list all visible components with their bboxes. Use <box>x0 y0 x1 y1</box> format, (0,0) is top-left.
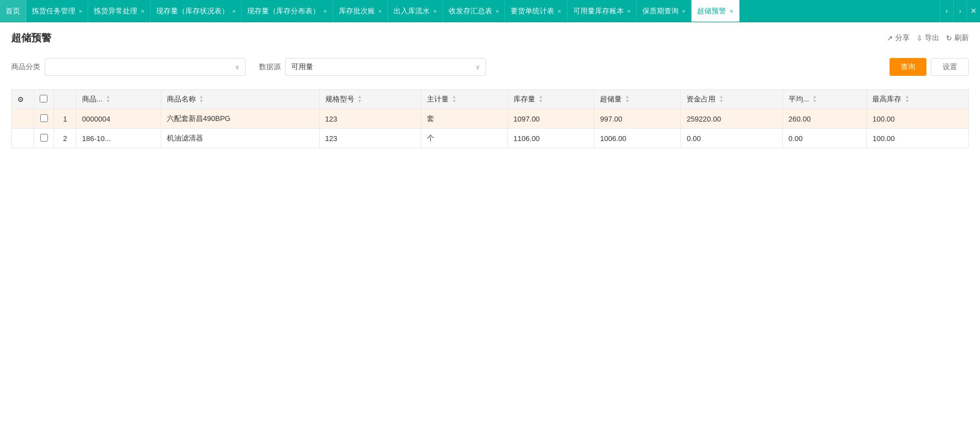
nav-arrow-left[interactable]: ‹ <box>940 0 953 22</box>
sort-icon-capital: ▲▼ <box>719 95 723 104</box>
row-capital-1: 0.00 <box>681 129 782 148</box>
setting-button[interactable]: 设置 <box>931 58 969 76</box>
tab-close-icon[interactable]: × <box>496 8 499 14</box>
th-capital[interactable]: 资金占用 ▲▼ <box>681 90 782 109</box>
table-row: 2 186-10... 机油滤清器 123 个 1106.00 1006.00 … <box>12 129 969 148</box>
filter-area: 商品分类 ∨ 数据源 可用量 ∨ 查询 设置 <box>11 54 969 80</box>
filter-group-category: 商品分类 ∨ <box>11 58 246 76</box>
tab-close-icon[interactable]: × <box>232 8 236 14</box>
row-overstock-0: 997.00 <box>594 109 681 129</box>
nav-tab-7[interactable]: 要货单统计表× <box>505 0 567 22</box>
sort-icon-product-code: ▲▼ <box>106 95 111 104</box>
gear-icon: ⚙ <box>17 95 24 104</box>
header-actions: ↗ 分享 ⇩ 导出 ↻ 刷新 <box>887 33 969 43</box>
nav-arrows: ‹ › ✕ <box>940 0 980 22</box>
nav-tab-0[interactable]: 拣货任务管理× <box>26 0 88 22</box>
datasource-label: 数据源 <box>259 62 281 72</box>
select-all-checkbox[interactable] <box>40 95 47 103</box>
share-action[interactable]: ↗ 分享 <box>887 33 910 43</box>
datasource-select[interactable]: 可用量 ∨ <box>285 58 486 76</box>
row-gear-1 <box>12 129 34 148</box>
sort-icon-max-stock: ▲▼ <box>905 95 909 104</box>
row-spec-1: 123 <box>319 129 421 148</box>
th-spec[interactable]: 规格型号 ▲▼ <box>319 90 421 109</box>
row-unit-1: 个 <box>421 129 507 148</box>
tab-close-icon[interactable]: × <box>79 8 82 14</box>
page-header: 超储预警 ↗ 分享 ⇩ 导出 ↻ 刷新 <box>11 31 969 45</box>
tab-close-icon[interactable]: × <box>558 8 561 14</box>
page-title: 超储预警 <box>11 31 51 45</box>
sort-icon-unit: ▲▼ <box>452 95 457 104</box>
row-stock-0: 1097.00 <box>508 109 594 129</box>
th-max-stock[interactable]: 最高库存 ▲▼ <box>867 90 969 109</box>
row-product-code-1: 186-10... <box>76 129 161 148</box>
row-avg-1: 0.00 <box>782 129 867 148</box>
nav-tab-1[interactable]: 拣货异常处理× <box>88 0 150 22</box>
filter-actions: 查询 设置 <box>890 58 969 76</box>
tab-close-icon[interactable]: × <box>141 8 144 14</box>
nav-arrow-right[interactable]: › <box>953 0 967 22</box>
datasource-value: 可用量 <box>291 62 313 72</box>
tab-close-icon[interactable]: × <box>323 8 326 14</box>
nav-tab-8[interactable]: 可用量库存账本× <box>568 0 637 22</box>
tab-close-icon[interactable]: × <box>433 8 436 14</box>
nav-tab-9[interactable]: 保质期查询× <box>637 0 691 22</box>
row-avg-0: 260.00 <box>782 109 867 129</box>
row-checkbox-0[interactable] <box>40 114 48 122</box>
row-product-name-1: 机油滤清器 <box>161 129 319 148</box>
refresh-action[interactable]: ↻ 刷新 <box>946 33 969 43</box>
data-table: ⚙ 商品... ▲▼ 商品名称 ▲▼ <box>11 89 969 148</box>
nav-home[interactable]: 首页 <box>0 0 26 22</box>
nav-arrow-close[interactable]: ✕ <box>967 0 980 22</box>
th-checkbox[interactable] <box>34 90 54 109</box>
row-max-stock-1: 100.00 <box>867 129 969 148</box>
tab-close-icon[interactable]: × <box>378 8 382 14</box>
nav-tab-10[interactable]: 超储预警× <box>691 0 739 22</box>
th-avg[interactable]: 平均... ▲▼ <box>782 90 867 109</box>
row-overstock-1: 1006.00 <box>594 129 681 148</box>
export-action[interactable]: ⇩ 导出 <box>916 33 939 43</box>
row-checkbox-cell-1[interactable] <box>34 129 54 148</box>
sort-icon-stock: ▲▼ <box>539 95 543 104</box>
share-icon: ↗ <box>887 34 893 42</box>
row-gear-0 <box>12 109 34 129</box>
category-select[interactable]: ∨ <box>45 58 246 76</box>
export-icon: ⇩ <box>916 34 923 42</box>
row-capital-0: 259220.00 <box>681 109 782 129</box>
th-unit[interactable]: 主计量 ▲▼ <box>421 90 507 109</box>
sort-icon-product-name: ▲▼ <box>199 95 204 104</box>
tab-close-icon[interactable]: × <box>627 8 631 14</box>
sort-icon-spec: ▲▼ <box>358 95 362 104</box>
row-num-1: 2 <box>54 129 76 148</box>
tab-close-icon[interactable]: × <box>729 8 733 14</box>
sort-icon-avg: ▲▼ <box>813 95 817 104</box>
query-button[interactable]: 查询 <box>890 58 926 76</box>
nav-tab-3[interactable]: 现存量（库存分布表）× <box>242 0 333 22</box>
th-overstock[interactable]: 超储量 ▲▼ <box>594 90 681 109</box>
table-row: 1 0000004 六配套新昌490BPG 123 套 1097.00 997.… <box>12 109 969 129</box>
row-unit-0: 套 <box>421 109 507 129</box>
tab-close-icon[interactable]: × <box>682 8 685 14</box>
th-stock[interactable]: 库存量 ▲▼ <box>508 90 594 109</box>
refresh-icon: ↻ <box>946 34 952 42</box>
row-product-name-0: 六配套新昌490BPG <box>161 109 319 129</box>
th-product-name[interactable]: 商品名称 ▲▼ <box>161 90 319 109</box>
nav-tab-6[interactable]: 收发存汇总表× <box>443 0 505 22</box>
row-checkbox-cell-0[interactable] <box>34 109 54 129</box>
th-gear[interactable]: ⚙ <box>12 90 34 109</box>
row-num-0: 1 <box>54 109 76 129</box>
nav-tab-5[interactable]: 出入库流水× <box>388 0 443 22</box>
row-spec-0: 123 <box>319 109 421 129</box>
category-arrow-icon: ∨ <box>235 64 239 71</box>
nav-tab-2[interactable]: 现存量（库存状况表）× <box>151 0 242 22</box>
table-header-row: ⚙ 商品... ▲▼ 商品名称 ▲▼ <box>12 90 969 109</box>
row-checkbox-1[interactable] <box>40 134 48 142</box>
category-label: 商品分类 <box>11 62 40 72</box>
row-product-code-0: 0000004 <box>76 109 161 129</box>
datasource-arrow-icon: ∨ <box>475 64 480 71</box>
th-product-code[interactable]: 商品... ▲▼ <box>76 90 161 109</box>
sort-icon-overstock: ▲▼ <box>625 95 630 104</box>
nav-tab-4[interactable]: 库存批次账× <box>333 0 388 22</box>
nav-bar: 首页 拣货任务管理×拣货异常处理×现存量（库存状况表）×现存量（库存分布表）×库… <box>0 0 980 22</box>
filter-group-datasource: 数据源 可用量 ∨ <box>259 58 486 76</box>
